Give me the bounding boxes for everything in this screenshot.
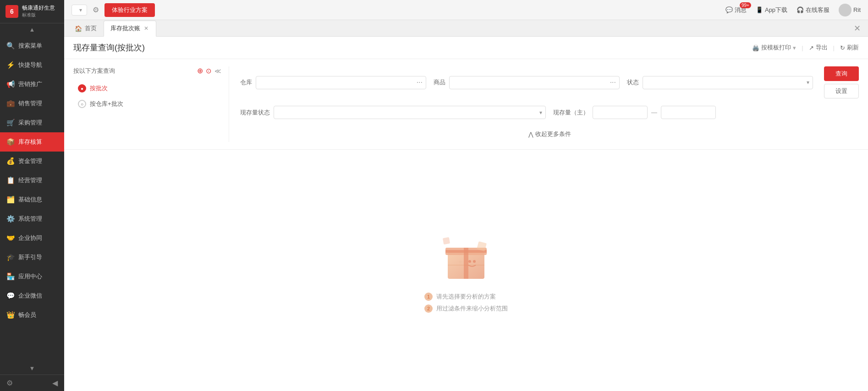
export-icon: ↗ — [809, 44, 814, 51]
finance-icon: 💰 — [6, 157, 15, 165]
settings-icon[interactable]: ⚙ — [6, 379, 13, 387]
status-group: 状态 ▾ — [627, 76, 813, 89]
status-select[interactable] — [643, 76, 813, 89]
basic-icon: 🗂️ — [6, 196, 15, 204]
sidebar-item-purchase[interactable]: 🛒 采购管理 — [0, 113, 64, 132]
filter-option-warehouse-batch[interactable]: ○ 按仓库+批次 — [73, 96, 221, 112]
sidebar-item-label: 基础信息 — [18, 196, 42, 204]
app-download-icon: 📱 — [756, 6, 763, 13]
sidebar-item-shortcut[interactable]: ⚡ 快捷导航 — [0, 55, 64, 75]
appstore-icon: 🏪 — [6, 272, 15, 281]
query-buttons: 查询 设置 — [824, 66, 859, 98]
wechat-icon: 💬 — [6, 292, 15, 300]
sidebar-item-finance[interactable]: 💰 资金管理 — [0, 152, 64, 171]
tab-home[interactable]: 🏠 首页 — [68, 20, 104, 36]
warehouse-group: 仓库 ··· — [240, 76, 426, 89]
sidebar-item-label: 经营管理 — [18, 176, 42, 185]
shortcut-icon: ⚡ — [6, 61, 15, 69]
sidebar-item-appstore[interactable]: 🏪 应用中心 — [0, 267, 64, 286]
sidebar-item-newbie[interactable]: 🎓 新手引导 — [0, 248, 64, 267]
tab-close-icon[interactable]: ✕ — [143, 25, 149, 32]
system-icon: ⚙️ — [6, 215, 15, 223]
sidebar-item-operations[interactable]: 📋 经营管理 — [0, 171, 64, 190]
filter-collapse-row[interactable]: ⋀ 收起更多条件 — [240, 126, 859, 142]
sidebar-scroll-down[interactable]: ▼ — [0, 362, 64, 375]
goods-group: 商品 ··· — [434, 76, 620, 89]
tab-inventory-batch[interactable]: 库存批次账 ✕ — [104, 21, 156, 37]
trial-button[interactable]: 体验行业方案 — [104, 3, 155, 17]
status-label: 状态 — [627, 78, 639, 87]
filter-left-header: 按以下方案查询 ⊕ ⊙ ≪ — [73, 66, 221, 75]
filter-row-2: 现存量状态 ▾ 现存量（主） — — [240, 106, 859, 119]
svg-point-7 — [473, 260, 476, 263]
hint-num-2: 2 — [424, 304, 433, 313]
empty-state: ✦ 1 请先选择要分析的方案 2 用过滤条件来缩 — [64, 150, 868, 391]
qty-range-sep: — — [651, 109, 657, 116]
empty-hint-2: 2 用过滤条件来缩小分析范围 — [424, 304, 508, 313]
empty-hint-1: 1 请先选择要分析的方案 — [424, 293, 508, 301]
sidebar-item-vip[interactable]: 👑 畅会员 — [0, 305, 64, 325]
inventory-status-select-container: ▾ — [274, 106, 546, 119]
search-menu-icon: 🔍 — [6, 42, 15, 50]
app-info: 畅康通好生意 标准版 — [22, 5, 55, 18]
refresh-button[interactable]: ↻ 刷新 — [840, 43, 859, 52]
sidebar-item-search[interactable]: 🔍 搜索菜单 — [0, 36, 64, 55]
collapse-label: 收起更多条件 — [535, 130, 571, 138]
inventory-qty-min-input[interactable] — [593, 106, 648, 119]
sidebar: 6 畅康通好生意 标准版 ▲ 🔍 搜索菜单 ⚡ 快捷导航 📢 营销推广 — [0, 0, 64, 391]
purchase-icon: 🛒 — [6, 119, 15, 127]
avatar — [839, 4, 852, 16]
sidebar-item-label: 应用中心 — [18, 272, 42, 281]
sidebar-item-label: 资金管理 — [18, 157, 42, 165]
sidebar-item-system[interactable]: ⚙️ 系统管理 — [0, 209, 64, 228]
sidebar-item-label: 快捷导航 — [18, 61, 42, 69]
message-badge: 99+ — [740, 2, 751, 8]
sidebar-item-wechat[interactable]: 💬 企业微信 — [0, 286, 64, 305]
tab-inventory-batch-label: 库存批次账 — [110, 24, 140, 33]
online-service-button[interactable]: 🎧 在线客服 — [797, 6, 830, 14]
warehouse-input[interactable] — [256, 76, 426, 89]
add-scheme-icon[interactable]: ⊕ — [197, 66, 203, 75]
warehouse-input-container: ··· — [256, 76, 426, 89]
sidebar-scroll-up[interactable]: ▲ — [0, 23, 64, 36]
sidebar-item-marketing[interactable]: 📢 营销推广 — [0, 75, 64, 94]
header-sep-2: | — [833, 44, 835, 51]
filter-panel: 按以下方案查询 ⊕ ⊙ ≪ ● 按批次 ○ 按仓库+批次 — [64, 59, 868, 150]
sidebar-item-label: 销售管理 — [18, 99, 42, 108]
goods-input[interactable] — [449, 76, 620, 89]
header-sep-1: | — [802, 44, 803, 51]
sidebar-nav: 🔍 搜索菜单 ⚡ 快捷导航 📢 营销推广 💼 销售管理 🛒 采购管理 📦 — [0, 36, 64, 362]
print-button[interactable]: 🖨️ 按模板打印 ▾ — [752, 43, 796, 52]
sidebar-item-label: 企业微信 — [18, 292, 42, 300]
filter-panel-collapse-icon[interactable]: ≪ — [214, 67, 221, 75]
app-download-button[interactable]: 📱 App下载 — [756, 6, 787, 14]
goods-input-container: ··· — [449, 76, 620, 89]
svg-rect-3 — [445, 250, 487, 253]
warehouse-more-icon[interactable]: ··· — [417, 78, 423, 87]
sidebar-item-basic[interactable]: 🗂️ 基础信息 — [0, 190, 64, 209]
collapse-sidebar-icon[interactable]: ◀ — [52, 379, 58, 387]
filter-row-1: 仓库 ··· 商品 ··· — [240, 66, 859, 98]
sidebar-item-sales[interactable]: 💼 销售管理 — [0, 94, 64, 113]
sidebar-item-inventory[interactable]: 📦 库存核算 — [0, 132, 64, 152]
filter-right: 仓库 ··· 商品 ··· — [229, 66, 859, 142]
scheme-settings-icon[interactable]: ⊙ — [206, 67, 212, 75]
sidebar-item-label: 新手引导 — [18, 253, 42, 261]
inventory-qty-max-input[interactable] — [661, 106, 716, 119]
warehouse-label: 仓库 — [240, 78, 252, 87]
sidebar-item-enterprise[interactable]: 🤝 企业协同 — [0, 228, 64, 248]
export-button[interactable]: ↗ 导出 — [809, 43, 828, 52]
filter-option-batch[interactable]: ● 按批次 — [73, 81, 221, 96]
query-button[interactable]: 查询 — [824, 66, 859, 81]
goods-more-icon[interactable]: ··· — [610, 78, 616, 87]
topbar-gear-icon[interactable]: ⚙ — [93, 5, 99, 14]
status-select-container: ▾ — [643, 76, 813, 89]
settings-button[interactable]: 设置 — [824, 84, 859, 98]
user-menu[interactable]: Rit — [839, 4, 861, 16]
sidebar-item-label: 采购管理 — [18, 119, 42, 127]
inventory-status-select[interactable] — [274, 106, 546, 119]
topbar-search-box[interactable]: ▾ — [71, 5, 87, 16]
message-button[interactable]: 💬 消息 99+ — [725, 6, 747, 14]
page-area: 现存量查询(按批次) 🖨️ 按模板打印 ▾ | ↗ 导出 | ↻ — [64, 37, 868, 391]
close-all-tabs-icon[interactable]: ✕ — [850, 23, 864, 33]
